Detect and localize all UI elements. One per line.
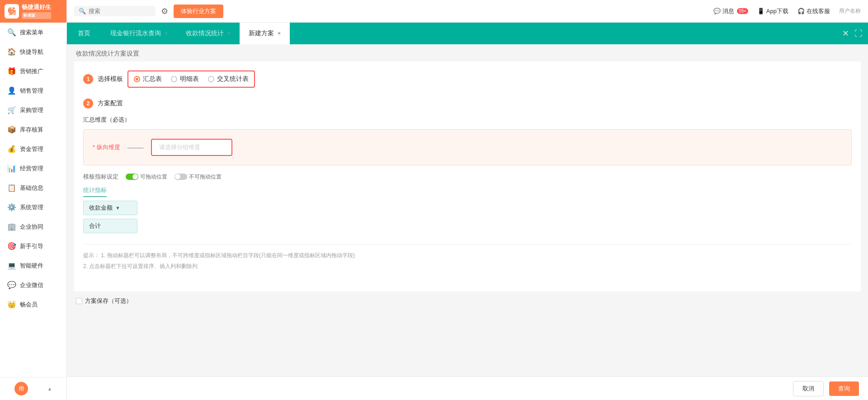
money-icon: 💰: [7, 145, 16, 153]
save-label: 方案保存（可选）: [85, 297, 132, 305]
query-button[interactable]: 查询: [829, 381, 859, 396]
sidebar-item-smart-hw[interactable]: 💻 智能硬件: [0, 256, 66, 275]
tab-collection-stats-close[interactable]: ×: [227, 30, 231, 37]
radio-summary[interactable]: 汇总表: [134, 75, 162, 83]
online-support-item[interactable]: 🎧 在线客服: [797, 7, 830, 15]
nav-close-btn[interactable]: ✕: [840, 27, 851, 40]
sidebar-item-label: 企业协同: [20, 223, 43, 231]
cart-icon: 🛒: [7, 106, 16, 114]
clipboard-icon: 📋: [7, 184, 16, 192]
page-header: 收款情况统计方案设置: [67, 44, 868, 61]
sidebar-item-enterprise[interactable]: 🏢 企业协同: [0, 217, 66, 236]
draggable-on-indicator: [126, 174, 138, 180]
computer-icon: 💻: [7, 261, 16, 270]
step1-section: 1 选择模板 汇总表 明细表 交叉统计表: [83, 71, 852, 88]
sidebar-item-label: 经营管理: [20, 165, 43, 173]
sidebar-item-finance[interactable]: 💰 资金管理: [0, 139, 66, 159]
sidebar-item-basic-info[interactable]: 📋 基础信息: [0, 178, 66, 198]
logo-name: 畅捷通好生: [22, 4, 51, 11]
tab-bank-flow-close[interactable]: ×: [165, 30, 168, 37]
main-area: 🔍 ⚙ 体验行业方案 💬 消息 99+ 📱 App下载 🎧 在线客服 用户名称 …: [67, 0, 868, 400]
metrics-total: 合计: [83, 219, 137, 233]
tab-new-plan-close[interactable]: ×: [278, 30, 281, 37]
sidebar-item-inventory[interactable]: 📦 库存核算: [0, 120, 66, 139]
search-box[interactable]: 🔍: [74, 6, 156, 16]
bottom-bar: 取消 查询: [67, 376, 868, 400]
step2-label: 方案配置: [98, 99, 123, 108]
sidebar-item-sales[interactable]: 👤 销售管理: [0, 81, 66, 100]
sidebar-item-search-menu[interactable]: 🔍 搜索菜单: [0, 23, 66, 42]
page-footer: 方案保存（可选）: [67, 292, 868, 311]
save-option[interactable]: 方案保存（可选）: [76, 297, 132, 305]
sidebar-item-purchase[interactable]: 🛒 采购管理: [0, 100, 66, 120]
radio-summary-dot: [134, 76, 140, 82]
sidebar-item-system[interactable]: ⚙️ 系统管理: [0, 198, 66, 217]
sidebar-item-operations[interactable]: 📊 经营管理: [0, 159, 66, 178]
hint-2: 2. 点击标题栏下拉可设置排序、插入列和删除列: [83, 261, 852, 272]
dimension-row: 纵向维度 —— 请选择分组维度: [93, 139, 842, 156]
sidebar-item-label: 系统管理: [20, 203, 43, 212]
home-icon: 🏠: [7, 47, 16, 56]
phone-icon: 📱: [757, 8, 764, 14]
dimension-placeholder: 请选择分组维度: [159, 144, 200, 151]
dimension-section-title: 汇总维度（必选）: [83, 116, 852, 124]
sidebar-item-marketing[interactable]: 🎁 营销推广: [0, 61, 66, 81]
logo-icon: 畅: [5, 4, 19, 19]
sidebar-item-quick-nav[interactable]: 🏠 快捷导航: [0, 42, 66, 61]
gift-icon: 🎁: [7, 67, 16, 75]
search-input[interactable]: [89, 8, 143, 14]
sidebar-logo: 畅 畅捷通好生 标准版: [0, 0, 66, 23]
sidebar-item-member[interactable]: 👑 畅会员: [0, 295, 66, 314]
config-section: 汇总维度（必选） 纵向维度 —— 请选择分组维度 模板: [83, 116, 852, 272]
message-icon: 💬: [713, 8, 721, 14]
step2-section: 2 方案配置 汇总维度（必选） 纵向维度 —— 请选择分组维度: [83, 99, 852, 272]
dimension-select[interactable]: 请选择分组维度: [151, 139, 232, 156]
username: 用户名称: [839, 7, 861, 15]
step2-badge: 2: [83, 99, 93, 108]
metrics-table: 统计指标 收款金额 ▼ 合计: [83, 186, 137, 233]
tab-bank-flow-label: 现金银行流水查询: [110, 29, 161, 38]
search-menu-icon: 🔍: [7, 28, 16, 37]
draggable-label: 可拖动位置: [140, 173, 167, 181]
online-support-label: 在线客服: [807, 7, 830, 15]
sidebar-item-label: 资金管理: [20, 145, 43, 153]
draggable-toggle[interactable]: 可拖动位置: [126, 173, 167, 181]
page-body: 1 选择模板 汇总表 明细表 交叉统计表: [74, 61, 861, 292]
sidebar-item-wechat[interactable]: 💬 企业微信: [0, 275, 66, 295]
industry-btn[interactable]: 体验行业方案: [174, 5, 223, 18]
sidebar-bottom: 用 ▲: [0, 377, 66, 400]
step1-badge: 1: [83, 74, 93, 84]
page-title: 收款情况统计方案设置: [76, 50, 139, 57]
save-checkbox[interactable]: [76, 298, 82, 304]
radio-cross[interactable]: 交叉统计表: [208, 75, 249, 83]
notifications-item[interactable]: 💬 消息 99+: [713, 7, 748, 15]
tab-new-plan[interactable]: 新建方案 ×: [240, 23, 290, 44]
radio-summary-label: 汇总表: [143, 75, 162, 83]
sidebar-item-beginner[interactable]: 🎯 新手引导: [0, 236, 66, 256]
tab-home[interactable]: 首页: [67, 23, 101, 44]
metrics-config-title: 模板指标设定: [83, 173, 118, 181]
tab-collection-stats[interactable]: 收款情况统计 ×: [177, 23, 240, 44]
step1-label: 选择模板: [98, 75, 123, 83]
settings-gear-icon[interactable]: ⚙: [161, 6, 168, 16]
app-download-item[interactable]: 📱 App下载: [757, 7, 788, 15]
nav-tabs: 首页 现金银行流水查询 × 收款情况统计 × 新建方案 × ✕ ⛶: [67, 23, 868, 44]
arrow-icon: ——: [127, 143, 144, 152]
template-selector: 汇总表 明细表 交叉统计表: [127, 71, 255, 88]
sidebar-item-label: 新手引导: [20, 242, 43, 250]
non-draggable-label: 不可拖动位置: [189, 173, 222, 181]
metrics-config: 模板指标设定 可拖动位置 不可拖动位置 统计指标: [83, 173, 852, 233]
non-draggable-toggle[interactable]: 不可拖动位置: [175, 173, 222, 181]
metrics-header: 模板指标设定 可拖动位置 不可拖动位置: [83, 173, 852, 181]
nav-expand-btn[interactable]: ⛶: [853, 27, 864, 40]
tab-bank-flow[interactable]: 现金银行流水查询 ×: [101, 23, 177, 44]
radio-detail[interactable]: 明细表: [171, 75, 199, 83]
metrics-column: 收款金额 ▼ 合计: [83, 201, 137, 233]
radio-cross-label: 交叉统计表: [217, 75, 249, 83]
sidebar-item-label: 智能硬件: [20, 262, 43, 270]
metrics-tag-amount[interactable]: 收款金额 ▼: [83, 201, 137, 215]
amount-label: 收款金额: [89, 204, 113, 212]
cancel-button[interactable]: 取消: [793, 381, 824, 396]
notifications-label: 消息: [722, 7, 734, 15]
settings-icon: ⚙️: [7, 203, 16, 212]
